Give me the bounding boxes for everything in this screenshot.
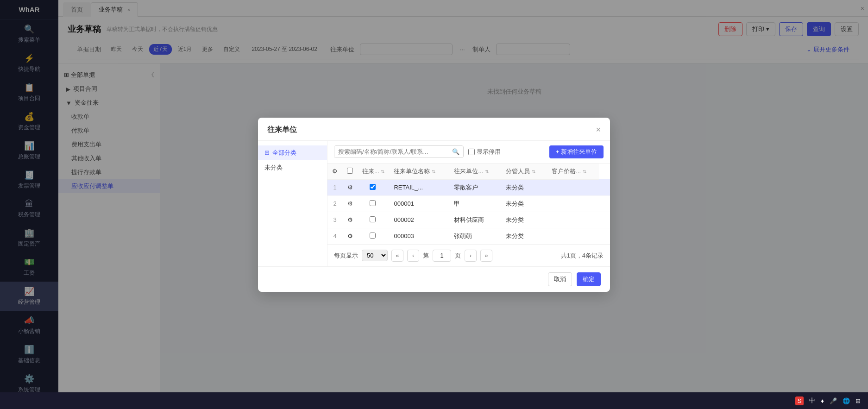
- table-row[interactable]: 1 ⚙ RETAIL_... 零散客户 未分类: [327, 179, 610, 195]
- row-salesperson: [547, 179, 599, 195]
- row-category: 未分类: [501, 212, 547, 228]
- dialog-tree-unclassified[interactable]: 未分类: [258, 160, 327, 175]
- table-row[interactable]: 4 ⚙ 000003 张萌萌 未分类: [327, 228, 610, 244]
- globe-icon[interactable]: 🌐: [843, 397, 850, 404]
- next-page-button[interactable]: ›: [465, 250, 477, 262]
- dialog-body: ⊞ 全部分类 未分类 🔍 显示停用: [258, 141, 610, 266]
- prev-page-button[interactable]: ‹: [407, 250, 419, 262]
- row-number: [358, 212, 389, 228]
- row-number: [358, 195, 389, 212]
- partner-search-input[interactable]: [334, 146, 448, 157]
- col-setting-header[interactable]: ⚙: [327, 164, 342, 180]
- col-name-header[interactable]: 往来单位名称 ⇅: [389, 164, 449, 180]
- row-price-level: [599, 195, 610, 212]
- table-row[interactable]: 3 ⚙ 000002 材料供应商 未分类: [327, 212, 610, 228]
- row-setting[interactable]: ⚙: [342, 195, 358, 212]
- sort-icon4: ⇅: [532, 169, 535, 174]
- dialog-tree-all[interactable]: ⊞ 全部分类: [258, 145, 327, 160]
- sort-icon2: ⇅: [432, 169, 435, 174]
- new-partner-button[interactable]: + 新增往来单位: [549, 145, 604, 158]
- row-checkbox[interactable]: [370, 233, 376, 239]
- row-checkbox[interactable]: [370, 216, 376, 222]
- dialog-toolbar: 🔍 显示停用 + 新增往来单位: [327, 141, 610, 164]
- col-category-header[interactable]: 往来单位... ⇅: [449, 164, 501, 180]
- row-code: 000002: [389, 212, 449, 228]
- dialog-actions: 取消 确定: [258, 266, 610, 292]
- row-name: 材料供应商: [449, 212, 501, 228]
- row-name: 甲: [449, 195, 501, 212]
- search-box: 🔍: [334, 145, 464, 158]
- row-index: 2: [327, 195, 342, 212]
- diamond-icon[interactable]: ♦: [821, 397, 824, 404]
- last-page-button[interactable]: »: [480, 250, 492, 262]
- dialog-table: ⚙ 往来... ⇅ 往来单位名称 ⇅: [327, 164, 610, 245]
- row-index: 1: [327, 179, 342, 195]
- row-setting[interactable]: ⚙: [342, 228, 358, 244]
- row-number: [358, 228, 389, 244]
- row-code: RETAIL_...: [389, 179, 449, 195]
- zh-icon[interactable]: 中: [809, 396, 815, 405]
- row-code: 000001: [389, 195, 449, 212]
- row-code: 000003: [389, 228, 449, 244]
- page-word: 第: [423, 252, 429, 260]
- row-price-level: [599, 228, 610, 244]
- row-price-level: [599, 179, 610, 195]
- row-price-level: [599, 212, 610, 228]
- row-category: 未分类: [501, 195, 547, 212]
- col-salesperson-header[interactable]: 分管人员 ⇅: [501, 164, 547, 180]
- row-salesperson: [547, 212, 599, 228]
- row-name: 张萌萌: [449, 228, 501, 244]
- dialog-pagination: 每页显示 50 100 « ‹ 第 页 › » 共1页，4条记录: [327, 245, 610, 266]
- row-setting[interactable]: ⚙: [342, 179, 358, 195]
- col-code-header[interactable]: 往来... ⇅: [358, 164, 389, 180]
- page-number-input[interactable]: [433, 250, 451, 262]
- row-name: 零散客户: [449, 179, 501, 195]
- cancel-button[interactable]: 取消: [548, 272, 572, 286]
- dialog-right: 🔍 显示停用 + 新增往来单位 ⚙: [327, 141, 610, 266]
- disabled-checkbox-input[interactable]: [468, 149, 475, 155]
- row-checkbox[interactable]: [370, 200, 376, 206]
- search-icon[interactable]: 🔍: [448, 146, 463, 157]
- dialog-close-icon[interactable]: ×: [596, 126, 601, 134]
- row-category: 未分类: [501, 179, 547, 195]
- col-price-header[interactable]: 客户价格... ⇅: [547, 164, 599, 180]
- mic-icon[interactable]: 🎤: [830, 397, 837, 404]
- row-salesperson: [547, 195, 599, 212]
- show-disabled-checkbox[interactable]: 显示停用: [468, 148, 501, 156]
- select-all-checkbox[interactable]: [347, 168, 353, 174]
- bottom-bar: S 中 ♦ 🎤 🌐 ⊞: [0, 392, 868, 409]
- table-header-row: ⚙ 往来... ⇅ 往来单位名称 ⇅: [327, 164, 610, 180]
- per-page-select[interactable]: 50 100: [362, 250, 388, 261]
- partner-dialog: 往来单位 × ⊞ 全部分类 未分类 🔍: [258, 118, 610, 292]
- sort-icon: ⇅: [381, 169, 384, 174]
- modal-overlay: 往来单位 × ⊞ 全部分类 未分类 🔍: [0, 0, 868, 409]
- col-check-header[interactable]: [342, 164, 358, 180]
- row-category: 未分类: [501, 228, 547, 244]
- row-index: 3: [327, 212, 342, 228]
- grid-icon-bottom[interactable]: ⊞: [855, 397, 861, 404]
- table-row[interactable]: 2 ⚙ 000001 甲 未分类: [327, 195, 610, 212]
- grid-small-icon: ⊞: [264, 149, 270, 156]
- sort-icon5: ⇅: [583, 169, 586, 174]
- first-page-button[interactable]: «: [391, 250, 403, 262]
- page-label: 页: [455, 252, 461, 260]
- dialog-tree: ⊞ 全部分类 未分类: [258, 141, 327, 266]
- row-number: [358, 179, 389, 195]
- row-setting[interactable]: ⚙: [342, 212, 358, 228]
- s-icon[interactable]: S: [795, 396, 804, 405]
- row-checkbox[interactable]: [370, 184, 376, 190]
- confirm-button[interactable]: 确定: [577, 272, 601, 286]
- total-info: 共1页，4条记录: [561, 252, 604, 260]
- dialog-title: 往来单位: [267, 125, 297, 135]
- row-index: 4: [327, 228, 342, 244]
- dialog-header: 往来单位 ×: [258, 118, 610, 141]
- per-page-label: 每页显示: [334, 252, 358, 260]
- sort-icon3: ⇅: [485, 169, 489, 174]
- row-salesperson: [547, 228, 599, 244]
